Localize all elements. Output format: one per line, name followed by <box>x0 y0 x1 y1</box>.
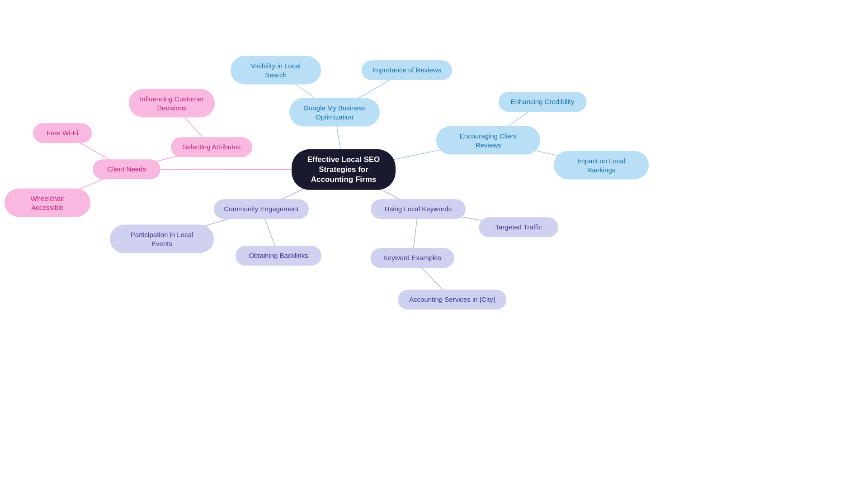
node-accounting-services[interactable]: Accounting Services in [City] <box>398 290 506 309</box>
node-community-engagement[interactable]: Community Engagement <box>214 199 309 219</box>
center-node: Effective Local SEO Strategies for Accou… <box>292 149 396 190</box>
node-targeted-traffic[interactable]: Targeted Traffic <box>479 217 558 237</box>
node-impact-local-rankings[interactable]: Impact on Local Rankings <box>554 151 649 180</box>
node-using-local-keywords[interactable]: Using Local Keywords <box>371 199 466 219</box>
node-gmb[interactable]: Google My Business Optimization <box>289 98 380 127</box>
node-influencing-decisions[interactable]: Influencing Customer Decisions <box>129 89 215 118</box>
node-encouraging-reviews[interactable]: Encouraging Client Reviews <box>436 126 540 155</box>
node-wheelchair[interactable]: Wheelchair Accessible <box>5 189 90 217</box>
node-visibility[interactable]: Visibility in Local Search <box>231 56 321 85</box>
node-keyword-examples[interactable]: Keyword Examples <box>371 248 454 268</box>
node-importance-reviews[interactable]: Importance of Reviews <box>362 60 452 80</box>
node-client-needs[interactable]: Client Needs <box>93 159 160 179</box>
node-selecting-attributes[interactable]: Selecting Attributes <box>171 137 252 157</box>
node-free-wifi[interactable]: Free Wi-Fi <box>33 123 92 143</box>
node-participation-local[interactable]: Participation in Local Events <box>110 225 214 253</box>
node-enhancing-credibility[interactable]: Enhancing Credibility <box>499 92 587 112</box>
node-obtaining-backlinks[interactable]: Obtaining Backlinks <box>236 246 321 266</box>
